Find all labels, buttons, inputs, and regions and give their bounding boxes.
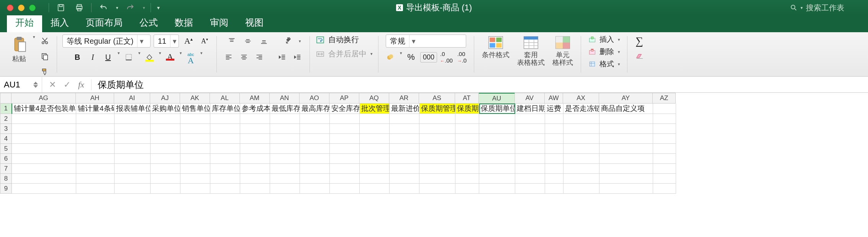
cell[interactable] [240,164,270,174]
cell[interactable] [151,124,180,134]
cell[interactable] [653,174,676,184]
cell[interactable] [479,184,515,194]
cell[interactable] [515,134,545,144]
cell[interactable] [360,154,390,164]
cell[interactable] [210,114,240,124]
cell[interactable] [390,124,419,134]
column-header[interactable]: AN [270,93,300,104]
print-icon[interactable] [73,1,86,14]
align-middle-icon[interactable] [241,35,254,48]
cell[interactable] [151,174,180,184]
cell[interactable] [515,154,545,164]
italic-button[interactable]: I [86,51,99,64]
cell[interactable] [419,184,455,194]
cell[interactable] [653,164,676,174]
cell[interactable]: 保质期单位 [479,104,515,114]
cell[interactable] [545,174,563,184]
cell[interactable]: 商品自定义项 [599,104,653,114]
search-input[interactable] [806,3,860,12]
cell[interactable] [653,184,676,194]
cell[interactable] [360,184,390,194]
column-header[interactable]: AU [479,93,515,104]
paste-dropdown-icon[interactable]: ▾ [32,35,35,40]
cell[interactable] [390,134,419,144]
accept-formula-icon[interactable]: ✓ [64,80,70,90]
align-left-icon[interactable] [222,51,235,64]
cell[interactable] [390,114,419,124]
cell[interactable] [545,124,563,134]
column-header[interactable]: AH [76,93,114,104]
cell[interactable] [210,174,240,184]
cell[interactable] [479,124,515,134]
fx-icon[interactable]: fx [78,80,84,90]
cell[interactable] [300,174,330,184]
cell[interactable] [455,154,479,164]
cell[interactable] [330,184,360,194]
cell[interactable] [210,184,240,194]
cell[interactable] [330,134,360,144]
cell[interactable] [360,144,390,154]
cell[interactable] [12,134,76,144]
column-header[interactable]: AP [329,93,359,104]
cell[interactable] [563,124,599,134]
cell[interactable] [599,114,653,124]
increase-font-icon[interactable]: A▴ [182,35,195,48]
column-header[interactable]: AS [419,93,455,104]
cell[interactable] [419,154,455,164]
row-header[interactable]: 3 [0,124,12,134]
cell[interactable] [419,144,455,154]
cell[interactable] [455,164,479,174]
delete-cells-button[interactable]: 删除▾ [588,47,620,57]
font-name-dropdown[interactable]: 等线 Regular (正文)▾ [62,35,151,48]
wrap-text-button[interactable]: 自动换行 [315,35,373,45]
cell[interactable] [563,184,599,194]
cell[interactable] [115,174,151,184]
cell[interactable] [419,124,455,134]
column-header[interactable]: AG [11,93,76,104]
cell[interactable] [330,114,360,124]
cell[interactable] [115,154,151,164]
cell[interactable] [545,184,563,194]
cell[interactable]: 报表辅单位 [115,104,151,114]
cell[interactable] [300,184,330,194]
increase-indent-icon[interactable] [291,51,304,64]
cell[interactable]: 最高库存 [300,104,330,114]
insert-cells-button[interactable]: 插入▾ [588,35,620,44]
column-header[interactable]: AM [240,93,270,104]
cell[interactable] [563,144,599,154]
cell[interactable] [180,154,210,164]
cell[interactable] [180,124,210,134]
cell[interactable] [563,154,599,164]
cell[interactable] [599,164,653,174]
cell[interactable] [12,144,76,154]
cell[interactable] [12,114,76,124]
cell[interactable] [479,174,515,184]
currency-icon[interactable] [384,51,397,64]
cell[interactable] [12,124,76,134]
column-header[interactable]: AJ [150,93,180,104]
column-header[interactable]: AO [300,93,329,104]
row-header[interactable]: 2 [0,114,12,124]
cell[interactable] [300,164,330,174]
column-header[interactable]: AY [599,93,653,104]
border-button[interactable] [122,51,135,64]
cell[interactable] [115,144,151,154]
font-size-dropdown[interactable]: 11▾ [154,35,179,48]
cell[interactable] [270,174,300,184]
cell[interactable] [300,144,330,154]
cell[interactable]: 采购单位 [151,104,180,114]
underline-button[interactable]: U [102,51,115,64]
cell[interactable]: 销售单位 [180,104,210,114]
cell[interactable] [515,164,545,174]
cell[interactable] [599,144,653,154]
qat-customize-icon[interactable]: ▾ [156,5,160,11]
cell[interactable] [180,174,210,184]
cell[interactable] [240,144,270,154]
cell[interactable] [180,164,210,174]
select-all-corner[interactable] [0,93,11,104]
name-box[interactable] [0,77,42,92]
close-window-icon[interactable] [7,5,13,11]
column-header[interactable]: AQ [359,93,389,104]
cell[interactable]: 辅计量4条码 [76,104,115,114]
comma-icon[interactable]: 000 [420,51,437,64]
